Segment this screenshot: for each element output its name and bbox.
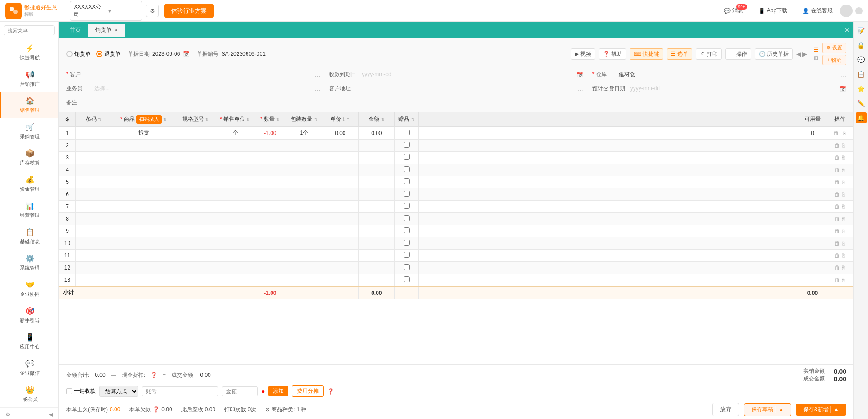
gift-checkbox[interactable]: [404, 203, 410, 209]
gift-sort[interactable]: ⇅: [411, 117, 415, 122]
sidebar-item-purchase[interactable]: 🛒 采购管理: [0, 118, 58, 144]
sidebar-item-system[interactable]: ⚙️ 系统管理: [0, 250, 58, 276]
amount-sort[interactable]: ⇅: [381, 117, 385, 122]
rp-notes-button[interactable]: 📝: [856, 25, 867, 36]
unit-sort[interactable]: ⇅: [247, 117, 250, 122]
history-button[interactable]: 🕐 历史单据: [755, 48, 793, 60]
expense-help-icon[interactable]: ❓: [327, 388, 334, 395]
payment-date-input[interactable]: [360, 70, 572, 79]
notes-input[interactable]: [92, 98, 846, 107]
sidebar-item-app-center[interactable]: 📱 应用中心: [0, 328, 58, 355]
scan-input-button[interactable]: 扫码录入: [136, 115, 162, 124]
copy-icon[interactable]: ⎘: [842, 154, 845, 161]
col-spec[interactable]: 规格型号 ⇅: [175, 112, 216, 127]
shortcut-button[interactable]: ⌨ 快捷键: [630, 48, 663, 60]
delete-icon[interactable]: 🗑: [834, 240, 840, 246]
radio-sales-order[interactable]: 销货单: [66, 50, 91, 58]
warehouse-more-icon[interactable]: ...: [841, 71, 846, 78]
rp-clipboard-button[interactable]: 📋: [856, 69, 867, 80]
user-avatar2[interactable]: [855, 7, 863, 14]
add-button[interactable]: 添加: [268, 386, 288, 396]
col-amount[interactable]: 金额 ⇅: [359, 112, 395, 127]
settings-button[interactable]: ⚙ 设置: [822, 43, 846, 53]
save-draft-button[interactable]: 保存草稿 ▲: [744, 403, 791, 416]
cash-discount-info-icon[interactable]: ❓: [150, 372, 157, 378]
copy-icon[interactable]: ⎘: [842, 179, 845, 185]
copy-icon[interactable]: ⎘: [842, 216, 845, 222]
col-product[interactable]: * 商品 扫码录入 ⇅: [112, 112, 175, 127]
col-gift[interactable]: 赠品 ⇅: [395, 112, 418, 127]
row-gift[interactable]: [395, 127, 418, 140]
row-unit[interactable]: 个: [216, 127, 254, 140]
row-price[interactable]: 0.00: [322, 127, 359, 140]
salesperson-more-icon[interactable]: ...: [315, 85, 320, 92]
radio-return-order[interactable]: 退货单: [96, 50, 121, 58]
col-unit[interactable]: * 销售单位 ⇅: [216, 112, 254, 127]
add-icon[interactable]: ●: [262, 388, 265, 395]
gift-checkbox[interactable]: [404, 166, 410, 172]
trial-button[interactable]: 体验行业方案: [164, 4, 214, 18]
payment-checkbox[interactable]: [66, 388, 72, 394]
sidebar-gear-icon[interactable]: ⚙: [5, 411, 10, 418]
rp-star-button[interactable]: ⭐: [856, 83, 867, 94]
sidebar-item-member[interactable]: 👑 畅会员: [0, 381, 58, 407]
copy-icon[interactable]: ⎘: [842, 265, 845, 271]
company-selector[interactable]: XXXXXX公司 ▼: [70, 1, 142, 21]
copy-icon[interactable]: ⎘: [842, 252, 845, 259]
message-button[interactable]: 💬 消息 99+: [724, 7, 743, 14]
tab-close-icon[interactable]: ✕: [114, 28, 118, 33]
sidebar-search-input[interactable]: [4, 25, 55, 35]
sidebar-item-inventory[interactable]: 📦 库存核算: [0, 144, 58, 171]
copy-icon[interactable]: ⎘: [842, 167, 845, 173]
delete-icon[interactable]: 🗑: [834, 154, 840, 161]
price-sort[interactable]: ⇅: [347, 117, 350, 122]
list-view-icon[interactable]: ☰: [814, 47, 819, 53]
date-picker-icon[interactable]: 📅: [183, 51, 189, 57]
copy-icon[interactable]: ⎘: [842, 191, 845, 197]
row-spec[interactable]: [175, 127, 216, 140]
sidebar-item-guide[interactable]: 🎯 新手引导: [0, 302, 58, 328]
col-price[interactable]: 单价 ℹ ⇅: [322, 112, 359, 127]
amount-input[interactable]: [222, 386, 258, 396]
user-avatar[interactable]: [840, 5, 853, 17]
video-button[interactable]: ▶ 视频: [571, 48, 595, 60]
tab-home[interactable]: 首页: [63, 24, 88, 37]
delete-icon[interactable]: 🗑: [834, 142, 840, 149]
copy-icon[interactable]: ⎘: [843, 130, 846, 136]
delete-icon[interactable]: 🗑: [834, 252, 840, 259]
delete-icon[interactable]: 🗑: [834, 130, 839, 136]
expected-date-picker-icon[interactable]: 📅: [839, 86, 846, 92]
save-new-arrow[interactable]: ▲: [830, 406, 839, 413]
operations-button[interactable]: ⋮ 操作: [725, 48, 751, 60]
account-input[interactable]: [142, 386, 218, 396]
delete-icon[interactable]: 🗑: [834, 277, 840, 283]
save-draft-arrow[interactable]: ▲: [775, 406, 784, 413]
price-info-icon[interactable]: ℹ: [343, 116, 345, 122]
sidebar-collapse-icon[interactable]: ◀: [49, 411, 53, 418]
settings-gear-button[interactable]: ⚙: [146, 5, 159, 17]
customer-address-input[interactable]: [355, 84, 574, 93]
payment-method-select[interactable]: 结算方式: [99, 386, 138, 397]
pkgqty-sort[interactable]: ⇅: [314, 117, 318, 122]
delete-icon[interactable]: 🗑: [834, 167, 840, 173]
rp-alert-button[interactable]: 🔔: [856, 112, 867, 123]
row-barcode[interactable]: [76, 127, 112, 140]
logistics-button[interactable]: + 物流: [822, 55, 846, 65]
delete-icon[interactable]: 🗑: [834, 228, 840, 234]
copy-icon[interactable]: ⎘: [842, 277, 845, 283]
gift-checkbox[interactable]: [404, 252, 410, 258]
gift-checkbox[interactable]: [404, 191, 410, 197]
row-amount[interactable]: 0.00: [359, 127, 395, 140]
rp-edit-button[interactable]: ✏️: [856, 98, 867, 109]
delete-icon[interactable]: 🗑: [834, 265, 840, 271]
sidebar-item-marketing[interactable]: 📢 营销推广: [0, 66, 58, 92]
col-ops[interactable]: 操作: [826, 112, 853, 127]
gift-checkbox[interactable]: [404, 154, 410, 160]
spec-sort[interactable]: ⇅: [205, 117, 209, 122]
gift-checkbox[interactable]: [404, 227, 410, 233]
payment-date-picker-icon[interactable]: 📅: [577, 72, 583, 78]
col-settings[interactable]: ⚙: [59, 112, 76, 127]
barcode-sort[interactable]: ⇅: [98, 117, 102, 122]
gift-checkbox[interactable]: [404, 215, 410, 221]
sidebar-item-basic-info[interactable]: 📋 基础信息: [0, 223, 58, 250]
